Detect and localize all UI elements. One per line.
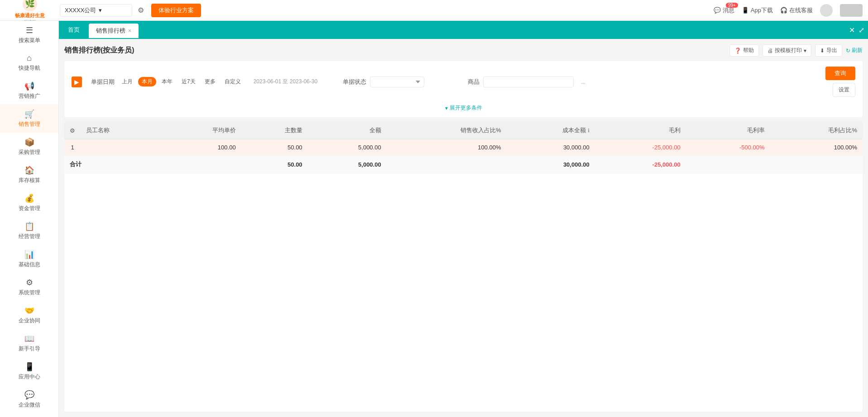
user-name[interactable] xyxy=(840,4,863,17)
headset-icon: 🎧 xyxy=(780,7,787,14)
sidebar-item-search[interactable]: ☰ 搜索菜单 xyxy=(0,21,58,49)
table-settings-button[interactable]: 设置 xyxy=(833,83,855,97)
message-icon: 💬 xyxy=(714,7,721,14)
company-selector[interactable]: XXXXX公司 ▾ xyxy=(60,4,132,17)
app-download-btn[interactable]: 📱 App下载 xyxy=(742,6,773,14)
col-cost-header: 成本全额 ℹ xyxy=(507,122,595,139)
cell-amount: 5,000.00 xyxy=(308,139,387,156)
footer-gross-rate xyxy=(686,156,770,173)
date-range-display: 2023-06-01 至 2023-06-30 xyxy=(254,78,317,86)
cell-gross-profit: -25,000.00 xyxy=(595,139,686,156)
top-bar: 🌿 畅康通好生意 标准版 XXXXX公司 ▾ ⚙ 体验行业方案 💬 消息 99+… xyxy=(0,0,868,21)
settings-icon-btn[interactable]: ⚙ xyxy=(136,4,146,16)
expand-arrow-icon[interactable]: ▶ xyxy=(72,77,82,87)
table-header-row: ⚙ 员工名称 平均单价 主数量 全额 销售收入占比% 成本全额 ℹ 毛利 毛利率… xyxy=(64,122,863,139)
footer-amount: 5,000.00 xyxy=(308,156,387,173)
goods-input[interactable] xyxy=(483,77,574,87)
online-support-label: 在线客服 xyxy=(789,6,813,14)
message-badge: 99+ xyxy=(726,3,738,8)
col-gross-rate-header: 毛利率 xyxy=(686,122,770,139)
expand-more-btn[interactable]: ▾ 展开更多条件 xyxy=(445,104,482,112)
col-settings[interactable]: ⚙ xyxy=(64,122,81,139)
expand-more-label: 展开更多条件 xyxy=(450,104,482,112)
avatar[interactable] xyxy=(820,4,833,17)
date-tab-custom[interactable]: 自定义 xyxy=(221,77,245,86)
table-body: 1100.0050.005,000.00100.00%30,000.00-25,… xyxy=(64,139,863,156)
cell-avg-price: 100.00 xyxy=(161,139,241,156)
sidebar-item-system[interactable]: ⚙ 系统管理 xyxy=(0,273,58,301)
sidebar-item-wechat[interactable]: 💬 企业微信 xyxy=(0,385,58,413)
help-button[interactable]: ❓ 帮助 xyxy=(729,44,759,57)
finance-icon: 💰 xyxy=(24,193,34,203)
sidebar-item-system-label: 系统管理 xyxy=(19,289,40,297)
status-label: 单据状态 xyxy=(343,78,366,86)
sidebar-item-apps[interactable]: 📱 应用中心 xyxy=(0,357,58,385)
table-row: 1100.0050.005,000.00100.00%30,000.00-25,… xyxy=(64,139,863,156)
tab-close-icon[interactable]: × xyxy=(128,28,131,34)
page-content: 销售排行榜(按业务员) ❓ 帮助 🖨 按模板打印 ▾ ⬇ xyxy=(59,39,868,417)
template-print-label: 按模板打印 xyxy=(775,47,802,54)
sidebar-item-inventory-label: 库存核算 xyxy=(19,177,40,184)
date-label: 单据日期 xyxy=(91,78,115,86)
tab-close-window-icon[interactable]: ✕ xyxy=(849,26,855,34)
sidebar-item-marketing-label: 营销推广 xyxy=(19,92,40,100)
footer-cost: 30,000.00 xyxy=(507,156,595,173)
search-menu-icon: ☰ xyxy=(26,25,33,35)
tab-home[interactable]: 首页 xyxy=(59,21,89,39)
refresh-label: 刷新 xyxy=(852,47,863,54)
footer-avg-price xyxy=(161,156,241,173)
date-tabs: 上月 本月 本年 近7天 更多 自定义 xyxy=(118,77,245,86)
sidebar-item-enterprise[interactable]: 🤝 企业协同 xyxy=(0,301,58,329)
date-tab-more[interactable]: 更多 xyxy=(201,77,219,86)
sidebar-item-marketing[interactable]: 📢 营销推广 xyxy=(0,77,58,105)
sidebar-item-purchase[interactable]: 📦 采购管理 xyxy=(0,133,58,161)
sales-icon: 🛒 xyxy=(24,109,34,119)
sidebar-item-basics-label: 基础信息 xyxy=(19,261,40,268)
sidebar-item-operations-label: 经营管理 xyxy=(19,233,40,240)
tab-sales-ranking[interactable]: 销售排行榜 × xyxy=(89,24,139,38)
date-tab-last-month[interactable]: 上月 xyxy=(118,77,136,86)
cell-name xyxy=(81,139,161,156)
sidebar-item-quicknav[interactable]: ⌂ 快捷导航 xyxy=(0,49,58,77)
sidebar-item-member[interactable]: V 畅会员 xyxy=(0,413,58,417)
template-print-button[interactable]: 🖨 按模板打印 ▾ xyxy=(762,44,811,57)
status-select[interactable] xyxy=(370,77,424,87)
online-support-btn[interactable]: 🎧 在线客服 xyxy=(780,6,813,14)
sidebar-item-sales[interactable]: 🛒 销售管理 xyxy=(0,105,58,133)
date-tab-last-7-days[interactable]: 近7天 xyxy=(178,77,199,86)
purchase-icon: 📦 xyxy=(24,137,34,147)
filter-expand-toggle[interactable]: ▶ xyxy=(72,77,82,87)
more-filters-btn[interactable]: ... xyxy=(581,79,585,85)
export-button[interactable]: ⬇ 导出 xyxy=(815,44,842,57)
query-button[interactable]: 查询 xyxy=(825,67,855,80)
col-amount-header: 全额 xyxy=(308,122,387,139)
tab-expand-icon[interactable]: ⤢ xyxy=(858,26,864,34)
sidebar-item-finance-label: 资金管理 xyxy=(19,205,40,212)
operations-icon: 📋 xyxy=(24,221,34,231)
filter-date: 单据日期 上月 本月 本年 近7天 更多 自定义 xyxy=(91,77,245,86)
sidebar-item-wechat-label: 企业微信 xyxy=(19,401,40,409)
basics-icon: 📊 xyxy=(24,249,34,259)
tab-bar: 首页 销售排行榜 × ✕ ⤢ xyxy=(59,21,868,39)
sidebar-item-guide[interactable]: 📖 新手引导 xyxy=(0,329,58,357)
sidebar-item-operations[interactable]: 📋 经营管理 xyxy=(0,217,58,245)
cost-tip-icon[interactable]: ℹ xyxy=(588,128,590,133)
sidebar-item-finance[interactable]: 💰 资金管理 xyxy=(0,189,58,217)
message-icon-btn[interactable]: 💬 消息 99+ xyxy=(714,6,734,14)
sidebar: ☰ 搜索菜单 ⌂ 快捷导航 📢 营销推广 🛒 销售管理 📦 采购管理 🏠 库 xyxy=(0,21,59,417)
footer-gross-profit: -25,000.00 xyxy=(595,156,686,173)
trial-button[interactable]: 体验行业方案 xyxy=(151,4,201,17)
sidebar-item-guide-label: 新手引导 xyxy=(19,345,40,353)
enterprise-icon: 🤝 xyxy=(24,306,34,316)
refresh-button[interactable]: ↻ 刷新 xyxy=(846,47,863,54)
sales-ranking-table: ⚙ 员工名称 平均单价 主数量 全额 销售收入占比% 成本全额 ℹ 毛利 毛利率… xyxy=(64,122,863,173)
logo-text: 畅康通好生意 xyxy=(15,12,45,19)
guide-icon: 📖 xyxy=(24,334,34,344)
sidebar-item-basics[interactable]: 📊 基础信息 xyxy=(0,245,58,273)
sidebar-item-inventory[interactable]: 🏠 库存核算 xyxy=(0,161,58,189)
sidebar-item-enterprise-label: 企业协同 xyxy=(19,317,40,325)
sidebar-item-search-label: 搜索菜单 xyxy=(19,37,40,44)
date-tab-this-month[interactable]: 本月 xyxy=(138,77,156,86)
svg-text:🌿: 🌿 xyxy=(25,0,35,9)
date-tab-this-year[interactable]: 本年 xyxy=(158,77,176,86)
